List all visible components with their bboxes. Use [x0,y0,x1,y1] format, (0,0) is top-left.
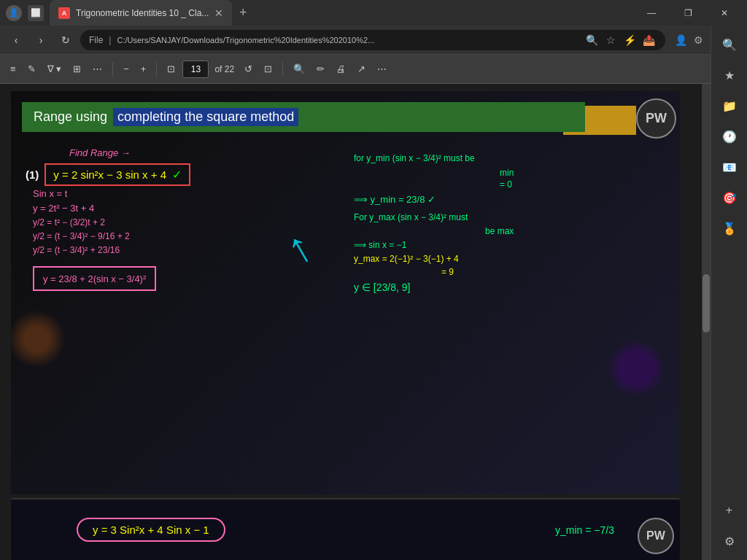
share-pdf-button[interactable]: ↗ [353,59,370,79]
search-icon[interactable]: 🔍 [584,32,600,48]
share-icon[interactable]: 📤 [640,32,657,48]
checkmark: ✓ [172,168,182,181]
download-button[interactable]: ⊡ [260,59,276,79]
step-y: y = 2t² − 3t + 4 [33,203,347,214]
sidebar-games-button[interactable]: 🏅 [716,215,743,241]
right-ymax-label: For y_max (sin x − 3/4)² must [354,211,669,225]
zoom-in-button[interactable]: + [136,59,151,79]
find-range-label: Find Range → [69,146,131,159]
result-equation-box: y = 23/8 + 2(sin x − 3/4)² [33,266,156,291]
user-avatar: 👤 [6,5,22,21]
square-btn[interactable]: ⬜ [28,5,44,21]
window-controls: — ❐ ✕ [635,0,741,26]
find-range-text: Find Range → [69,147,131,158]
back-button[interactable]: ‹ [6,30,26,50]
draw-button[interactable]: ✏ [312,59,329,79]
extension-icon[interactable]: ⚡ [622,32,638,48]
bottom-ymin-text: y_min = −7/3 [555,524,614,536]
result-eq-text: y = 23/8 + 2(sin x − 3/4)² [43,273,146,284]
sidebar-collections-button[interactable]: 📁 [716,93,743,119]
address-action-icons: 🔍 ☆ ⚡ 📤 [584,32,657,48]
minimize-button[interactable]: — [635,0,668,26]
pw-logo-bottom: PW [638,518,674,554]
more-tools-button[interactable]: ⋯ [88,59,107,79]
bg-decoration-right [607,339,665,397]
right-equals9: = 9 [441,267,669,277]
title-text-part1: Range using [34,109,107,125]
pdf-page: PW Range using completing the square met… [0,84,702,560]
rotate-button[interactable]: ⊞ [69,59,85,79]
pw-logo: PW [636,98,676,139]
zoom-out-button[interactable]: − [119,59,133,79]
page-total: of 22 [212,64,237,74]
address-field[interactable]: File | C:/Users/SANJAY/Downloads/Trigono… [80,30,665,50]
slide-bottom: PW y = 3 Sin²x + 4 Sin x − 1 y_min = −7/… [11,498,680,560]
right-ymax-calc: y_max = 2(−1)² − 3(−1) + 4 [354,254,669,264]
sidebar-toggle-button[interactable]: ≡ [6,59,20,79]
file-label: File [89,35,103,45]
sidebar-tools-button[interactable]: 🎯 [716,184,743,211]
maximize-button[interactable]: ❐ [671,0,705,26]
equation-number: (1) [26,168,39,181]
main-equation-box: y = 2 sin²x − 3 sin x + 4 ✓ [44,163,190,186]
print-button[interactable]: 🖨 [332,59,350,79]
address-bar: ‹ › ↻ File | C:/Users/SANJAY/Downloads/T… [0,26,747,55]
new-tab-button[interactable]: + [232,2,254,24]
sidebar-settings-button[interactable]: ⚙ [716,528,743,554]
right-line2: min [500,168,669,178]
extension2-icon[interactable]: ⚙ [690,32,706,48]
sidebar-favorites-button[interactable]: ★ [716,62,743,88]
title-banner: Range using completing the square method [22,102,585,132]
pw-logo-text: PW [646,111,667,126]
toolbar-separator2 [156,62,157,77]
main-content-area: PW Range using completing the square met… [0,84,711,560]
annotation-button[interactable]: ✎ [23,59,40,79]
filter-button[interactable]: ∇ ▾ [43,59,66,79]
forward-button[interactable]: › [31,30,51,50]
slide-main: PW Range using completing the square met… [11,91,680,494]
address-text: C:/Users/SANJAY/Downloads/Trigonometric%… [117,36,578,44]
address-separator: | [109,35,111,45]
sidebar-outlook-button[interactable]: 📧 [716,154,743,180]
refresh-button[interactable]: ↻ [55,30,76,50]
toolbar-separator3 [282,62,283,77]
right-ymin: ⟹ y_min = 23/8 ✓ [354,194,669,205]
sidebar-search-button[interactable]: 🔍 [716,31,743,58]
right-sidebar: 🔍 ★ 📁 🕐 📧 🎯 🏅 + ⚙ [711,26,747,560]
tab-close-button[interactable]: ✕ [214,7,223,19]
search-pdf-button[interactable]: 🔍 [289,59,309,79]
step-sinx: Sin x = t [33,188,347,199]
rotate-page-button[interactable]: ↺ [240,59,257,79]
page-number-input[interactable] [182,61,209,78]
tab-title: Trigonometric Identities 10 _ Cla... [76,8,209,18]
close-button[interactable]: ✕ [708,0,741,26]
browser-tab[interactable]: A Trigonometric Identities 10 _ Cla... ✕ [50,0,232,26]
fit-page-button[interactable]: ⊡ [163,59,179,79]
bottom-equation-box: y = 3 Sin²x + 4 Sin x − 1 [77,518,225,542]
bottom-equation-text: y = 3 Sin²x + 4 Sin x − 1 [93,524,209,536]
pdf-more-button[interactable]: ⋯ [373,59,391,79]
bottom-right-section: y_min = −7/3 [555,524,614,537]
right-line3: = 0 [500,179,669,190]
title-highlight: completing the square method [113,108,298,126]
sidebar-add-button[interactable]: + [716,497,743,524]
profile-icon[interactable]: 👤 [673,32,689,48]
right-line1: for y_min (sin x − 3/4)² must be [354,152,669,166]
right-be-max: be max [485,226,669,236]
title-bar: 👤 ⬜ A Trigonometric Identities 10 _ Cla.… [0,0,747,26]
right-sinx-neg1: ⟹ sin x = −1 [354,240,669,250]
scrollbar-thumb[interactable] [703,274,710,332]
main-equation-text: y = 2 sin²x − 3 sin x + 4 [53,168,166,181]
math-steps-right: for y_min (sin x − 3/4)² must be min = 0… [354,149,669,298]
pdf-toolbar: ≡ ✎ ∇ ▾ ⊞ ⋯ − + ⊡ of 22 ↺ ⊡ 🔍 ✏ 🖨 ↗ ⋯ [0,55,747,84]
right-range: y ∈ [23/8, 9] [354,281,669,293]
sidebar-history-button[interactable]: 🕐 [716,123,743,149]
scrollbar[interactable] [702,84,711,560]
bookmark-icon[interactable]: ☆ [603,32,619,48]
pdf-icon: A [58,7,70,19]
toolbar-separator [112,62,113,77]
